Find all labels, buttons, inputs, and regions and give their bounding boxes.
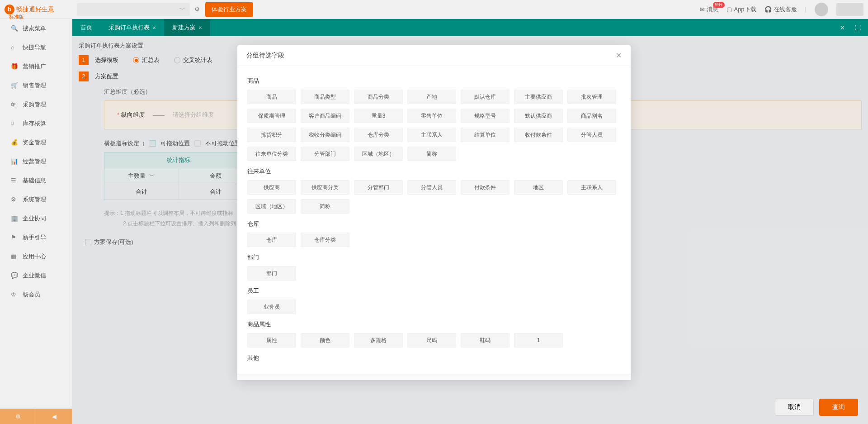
field-chip[interactable]: 供应商分类	[301, 180, 349, 195]
field-chip[interactable]: 简称	[407, 147, 456, 161]
field-chip[interactable]: 收付款条件	[514, 128, 563, 142]
modal-close-button[interactable]: ✕	[616, 51, 622, 60]
field-chip[interactable]: 供应商	[247, 180, 296, 195]
field-chip[interactable]: 规格型号	[461, 109, 509, 123]
field-group-chips: 仓库仓库分类	[247, 233, 621, 247]
field-group-title: 仓库	[247, 220, 621, 228]
field-group-chips: 属性颜色多规格尺码鞋码1	[247, 333, 621, 348]
field-group-title: 员工	[247, 287, 621, 295]
field-chip[interactable]: 税收分类编码	[301, 128, 349, 142]
field-chip[interactable]: 多规格	[354, 333, 403, 348]
field-chip[interactable]: 分管部门	[354, 180, 403, 195]
field-chip[interactable]: 主要供应商	[514, 90, 563, 104]
field-group-title: 商品	[247, 77, 621, 85]
field-chip[interactable]: 保质期管理	[247, 109, 296, 123]
modal-mask: 分组待选字段 ✕ 商品商品商品类型商品分类产地默认仓库主要供应商批次管理保质期管…	[0, 0, 868, 424]
field-chip[interactable]: 主联系人	[407, 128, 456, 142]
field-chip[interactable]: 简称	[301, 199, 349, 214]
field-chip[interactable]: 仓库分类	[301, 233, 349, 247]
field-chip[interactable]: 商品类型	[301, 90, 349, 104]
modal-header: 分组待选字段 ✕	[237, 45, 631, 66]
field-chip[interactable]: 主联系人	[567, 180, 616, 195]
field-chip[interactable]: 默认供应商	[514, 109, 563, 123]
field-chip[interactable]: 重量3	[354, 109, 403, 123]
field-group-chips: 部门	[247, 266, 621, 281]
field-chip[interactable]: 默认仓库	[461, 90, 509, 104]
field-chip[interactable]: 客户商品编码	[301, 109, 349, 123]
field-chip[interactable]: 颜色	[301, 333, 349, 348]
field-select-modal: 分组待选字段 ✕ 商品商品商品类型商品分类产地默认仓库主要供应商批次管理保质期管…	[237, 45, 631, 380]
field-chip[interactable]: 属性	[247, 333, 296, 348]
field-chip[interactable]: 商品	[247, 90, 296, 104]
field-chip[interactable]: 区域（地区）	[247, 199, 296, 214]
field-chip[interactable]: 付款条件	[461, 180, 509, 195]
field-chip[interactable]: 零售单位	[407, 109, 456, 123]
field-chip[interactable]: 往来单位分类	[247, 147, 296, 161]
field-chip[interactable]: 1	[514, 333, 563, 348]
field-group-title: 部门	[247, 253, 621, 262]
horizontal-scrollbar[interactable]	[237, 374, 631, 380]
field-chip[interactable]: 鞋码	[461, 333, 509, 348]
field-chip[interactable]: 区域（地区）	[354, 147, 403, 161]
field-chip[interactable]: 分管人员	[407, 180, 456, 195]
field-group-chips: 供应商供应商分类分管部门分管人员付款条件地区主联系人区域（地区）简称	[247, 180, 621, 214]
field-chip[interactable]: 仓库	[247, 233, 296, 247]
field-group-chips: 商品商品类型商品分类产地默认仓库主要供应商批次管理保质期管理客户商品编码重量3零…	[247, 90, 621, 161]
field-group-title: 往来单位	[247, 167, 621, 176]
field-chip[interactable]: 尺码	[407, 333, 456, 348]
field-chip[interactable]: 仓库分类	[354, 128, 403, 142]
field-chip[interactable]: 拣货积分	[247, 128, 296, 142]
field-chip[interactable]: 商品别名	[567, 109, 616, 123]
field-chip[interactable]: 分管部门	[301, 147, 349, 161]
field-chip[interactable]: 商品分类	[354, 90, 403, 104]
field-group-title: 商品属性	[247, 320, 621, 329]
field-chip[interactable]: 分管人员	[567, 128, 616, 142]
field-chip[interactable]: 产地	[407, 90, 456, 104]
field-chip[interactable]: 部门	[247, 266, 296, 281]
field-chip[interactable]: 业务员	[247, 300, 296, 314]
modal-body: 商品商品商品类型商品分类产地默认仓库主要供应商批次管理保质期管理客户商品编码重量…	[237, 66, 631, 374]
modal-title: 分组待选字段	[246, 52, 284, 60]
field-group-title: 其他	[247, 354, 621, 362]
field-chip[interactable]: 地区	[514, 180, 563, 195]
field-chip[interactable]: 结算单位	[461, 128, 509, 142]
field-chip[interactable]: 批次管理	[567, 90, 616, 104]
field-group-chips: 业务员	[247, 300, 621, 314]
